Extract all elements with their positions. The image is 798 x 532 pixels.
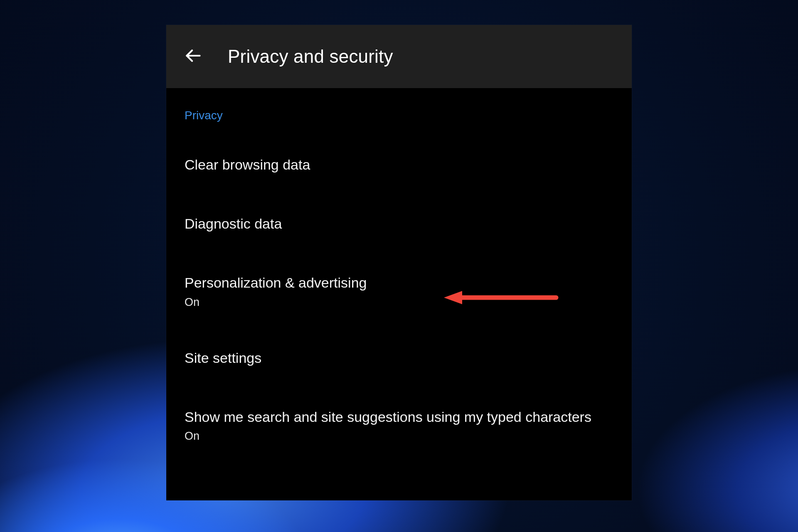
setting-personalization-advertising[interactable]: Personalization & advertising On (185, 273, 613, 309)
section-label-privacy: Privacy (185, 109, 613, 122)
setting-subtitle: On (185, 296, 613, 309)
desktop-wallpaper: Privacy and security Privacy Clear brows… (0, 0, 798, 532)
setting-title: Site settings (185, 349, 613, 368)
page-title: Privacy and security (228, 46, 393, 67)
arrow-left-icon (184, 47, 202, 66)
setting-title: Clear browsing data (185, 155, 613, 175)
setting-title: Personalization & advertising (185, 273, 613, 293)
setting-title: Diagnostic data (185, 214, 613, 234)
back-button[interactable] (182, 46, 204, 67)
setting-search-suggestions[interactable]: Show me search and site suggestions usin… (185, 408, 613, 443)
setting-clear-browsing-data[interactable]: Clear browsing data (185, 155, 613, 175)
setting-site-settings[interactable]: Site settings (185, 349, 613, 368)
setting-title: Show me search and site suggestions usin… (185, 408, 613, 427)
setting-subtitle: On (185, 430, 613, 443)
setting-diagnostic-data[interactable]: Diagnostic data (185, 214, 613, 234)
panel-header: Privacy and security (166, 25, 632, 88)
settings-panel: Privacy and security Privacy Clear brows… (166, 25, 632, 500)
panel-body: Privacy Clear browsing data Diagnostic d… (166, 88, 632, 500)
